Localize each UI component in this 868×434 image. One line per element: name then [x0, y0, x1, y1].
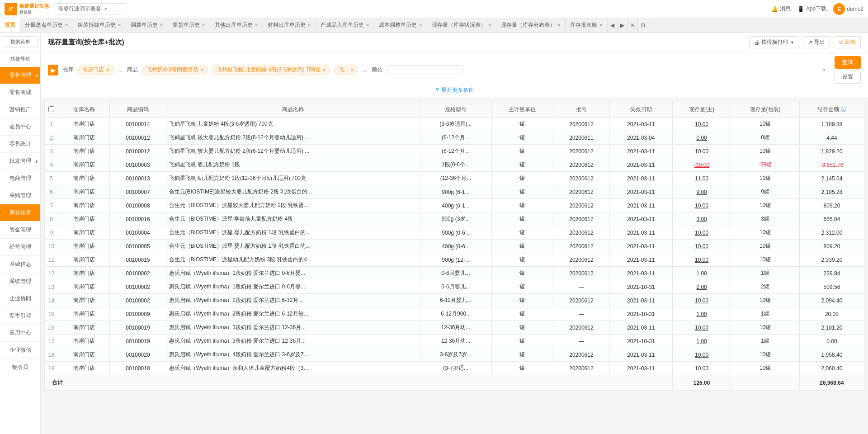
close-icon[interactable]: ✕ — [255, 23, 258, 28]
cell-unit: 罐 — [491, 131, 553, 145]
warehouse-more[interactable]: ... — [118, 67, 123, 73]
refresh-icon: ↺ — [839, 39, 843, 46]
tab-home[interactable]: 首页 — [0, 18, 20, 33]
expand-more-label: 展开更多条件 — [441, 86, 474, 94]
settings-button[interactable]: 设置 — [835, 71, 861, 84]
tab-nav-close[interactable]: ✕ — [627, 18, 638, 33]
sidebar-item-xin-shou[interactable]: 新手引导 — [0, 307, 40, 325]
close-icon[interactable]: ✕ — [488, 23, 491, 28]
cell-qty-main[interactable]: -39.00 — [672, 158, 731, 172]
cell-batch: 20200612 — [553, 145, 609, 158]
template-print-button[interactable]: 🖨 按模板打印 ▼ — [749, 36, 799, 48]
tab-fen-pan[interactable]: 分量盘点单历史 ✕ — [20, 18, 73, 33]
cell-warehouse: 南岸门店 — [58, 348, 110, 362]
export-button[interactable]: ↗ 导出 — [803, 36, 830, 48]
tab-cai-liao[interactable]: 材料出库单历史 ✕ — [263, 18, 316, 33]
sidebar-item-chang-hui[interactable]: 畅会员 — [0, 359, 40, 376]
close-icon[interactable]: ✕ — [419, 23, 422, 28]
sidebar-item-pi-fa[interactable]: 批发管理 — [0, 153, 40, 170]
tab-nav-next[interactable]: ▶ — [618, 18, 627, 33]
cell-qty-main[interactable]: 10.00 — [672, 362, 731, 375]
cell-qty-main[interactable]: 1.00 — [672, 307, 731, 321]
cell-qty-main[interactable]: 10.00 — [672, 348, 731, 362]
goods-tag-2-remove[interactable]: ✕ — [322, 67, 326, 72]
cell-qty-main[interactable]: 10.00 — [672, 240, 731, 253]
cell-unit: 罐 — [491, 335, 553, 348]
tab-xian-cun-fb[interactable]: 现存量（库存分布表） ✕ — [496, 18, 566, 33]
cell-batch: — — [553, 307, 609, 321]
query-button[interactable]: 查询 — [835, 56, 861, 69]
refresh-button[interactable]: ↺ 刷新 — [834, 36, 861, 48]
message-btn[interactable]: 🔔 消息 — [771, 5, 791, 13]
cell-qty-main[interactable]: 0.00 — [672, 131, 731, 145]
tab-tiao-bo[interactable]: 调拨单历史 ✕ — [126, 18, 168, 33]
goods-more[interactable]: ... — [363, 67, 367, 73]
close-icon[interactable]: ✕ — [366, 23, 369, 28]
tab-nav-expand[interactable]: ⊡ — [638, 18, 648, 33]
tab-qi-ta[interactable]: 其他出库单历史 ✕ — [210, 18, 263, 33]
filter-toggle-btn[interactable]: ▶ — [48, 65, 58, 75]
sidebar-item-qi-ye[interactable]: 企业协同 — [0, 290, 40, 307]
cell-qty-main[interactable]: 10.00 — [672, 199, 731, 212]
close-icon[interactable]: ✕ — [557, 23, 561, 28]
search-button[interactable]: 搜索英单 — [3, 36, 38, 47]
close-icon[interactable]: ✕ — [599, 23, 603, 28]
cell-qty-main[interactable]: 10.00 — [672, 226, 731, 240]
select-all-checkbox[interactable] — [48, 106, 54, 112]
cell-qty-main[interactable]: 11.00 — [672, 172, 731, 185]
cell-expire: 2021-03-11 — [609, 240, 672, 253]
sidebar-item-ling-shou[interactable]: 零售管理 — [0, 67, 40, 84]
tab-qi-ta-label: 其他出库单历史 — [215, 21, 253, 29]
cell-qty-main[interactable]: 2.00 — [672, 280, 731, 294]
app-download-btn[interactable]: 📱 App下载 — [797, 5, 826, 13]
cell-expire: 2021-03-11 — [609, 118, 672, 131]
cell-code: 00100020 — [110, 348, 166, 362]
cell-qty-main[interactable]: 10.00 — [672, 321, 731, 335]
close-icon[interactable]: ✕ — [202, 23, 205, 28]
sidebar-item-ku-cun[interactable]: 库存核算 — [0, 204, 40, 222]
user-info[interactable]: E demo2 — [833, 3, 863, 15]
cell-qty-main[interactable]: 10.00 — [672, 294, 731, 307]
warehouse-tag-remove[interactable]: ✕ — [106, 67, 109, 72]
cell-qty-main[interactable]: 10.00 — [672, 253, 731, 267]
table-row: 14南岸门店00100002惠氏启赋（Wyeth illuma）2段奶粉 爱尔兰… — [45, 294, 864, 307]
cell-qty-main[interactable]: 3.00 — [672, 212, 731, 226]
sidebar-item-jing-ying[interactable]: 经营管理 — [0, 239, 40, 256]
quick-nav-link[interactable]: 快捷导航 — [3, 54, 38, 64]
tab-cheng-ben[interactable]: 成本调整单历史 ✕ — [374, 18, 427, 33]
sidebar-item-qi-ye-wei[interactable]: 企业微信 — [0, 342, 40, 359]
close-icon[interactable]: ✕ — [160, 23, 163, 28]
sidebar-item-ling-shou-shop[interactable]: 零售商城 — [0, 84, 40, 101]
tab-zu-chai[interactable]: 组装拆卸单历史 ✕ — [73, 18, 126, 33]
expand-more-btn[interactable]: ⊻ 展开更多条件 — [435, 86, 474, 94]
sidebar-item-dian-shang[interactable]: 电商管理 — [0, 170, 40, 187]
cell-qty-main[interactable]: 1.00 — [672, 267, 731, 280]
cell-qty-main[interactable]: 1.00 — [672, 335, 731, 348]
cell-qty-main[interactable]: 10.00 — [672, 145, 731, 158]
sidebar-item-ying-yong[interactable]: 应用中心 — [0, 325, 40, 342]
tab-ku-pi[interactable]: 库存批次账 ✕ — [566, 18, 608, 33]
close-icon[interactable]: ✕ — [65, 23, 68, 28]
cell-num: 3 — [45, 145, 58, 158]
sidebar-item-cai-gou[interactable]: 采购管理 — [0, 187, 40, 204]
sidebar-item-hui-yuan[interactable]: 会员中心 — [0, 118, 40, 136]
sidebar-item-ling-shou-stat[interactable]: 零售统计 — [0, 136, 40, 153]
tab-yao-huo[interactable]: 要货单历史 ✕ — [168, 18, 210, 33]
table-row: 1南岸门店00100014飞鹤星飞帆 儿童奶粉 4段(3-6岁适用) 700克(… — [45, 118, 864, 131]
sidebar-item-zi-jin[interactable]: 资金管理 — [0, 222, 40, 239]
goods-tag-3-remove[interactable]: ✕ — [350, 67, 354, 72]
close-icon[interactable]: ✕ — [118, 23, 121, 28]
close-icon[interactable]: ✕ — [307, 23, 311, 28]
tab-xian-cun-kk[interactable]: 现存量（库存状况表） ✕ — [427, 18, 496, 33]
sidebar-item-xi-tong[interactable]: 系统管理 — [0, 273, 40, 290]
tab-chan-pin[interactable]: 产成品入库单历史 ✕ — [316, 18, 374, 33]
sidebar-item-ying-xiao[interactable]: 营销推广 — [0, 101, 40, 118]
goods-tag-1-remove[interactable]: ✕ — [200, 67, 204, 72]
color-input[interactable] — [387, 65, 463, 75]
sidebar-item-ji-chu[interactable]: 基础信息 — [0, 256, 40, 273]
tab-nav-prev[interactable]: ◀ — [608, 18, 618, 33]
cell-expire: 2021-03-11 — [609, 294, 672, 307]
workspace-selector[interactable]: 母婴行业演示账套 ▼ — [54, 3, 126, 14]
cell-qty-main[interactable]: 9.00 — [672, 185, 731, 199]
cell-qty-main[interactable]: 10.00 — [672, 118, 731, 131]
